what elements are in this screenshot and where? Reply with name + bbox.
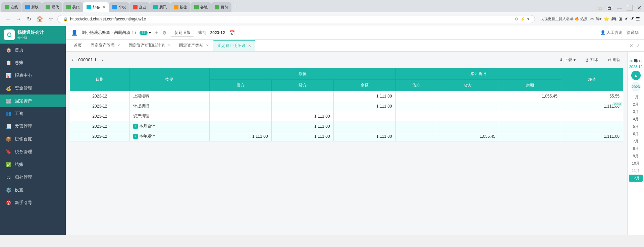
sidebar-item-report-center[interactable]: 📊 报表中心	[0, 69, 66, 82]
browser-tab-yidai2[interactable]: 易代	[63, 2, 83, 12]
browser-tab-yidai1[interactable]: 易代	[42, 2, 62, 12]
dropdown-arrow[interactable]: ▾	[527, 17, 529, 21]
app-logo-icon: G	[4, 29, 15, 40]
th-date: 日期	[70, 68, 130, 91]
expand-panel-icon[interactable]: ⤢	[636, 43, 640, 48]
new-tab-button[interactable]: +	[232, 2, 240, 10]
content-wrapper: ‹ 000001 1 › ⬇ 下载 ▾ 🖨 打	[66, 52, 644, 235]
period-end-date[interactable]: 2023.12	[628, 64, 644, 69]
month-11[interactable]: 11月	[628, 167, 644, 174]
sun-icon[interactable]: ☀	[624, 16, 628, 21]
home-button[interactable]: 🏠	[35, 14, 45, 23]
switch-version-btn[interactable]: 切到旧版	[171, 29, 194, 37]
sidebar-item-invoice[interactable]: 🧾 发票管理	[0, 120, 66, 133]
page-tab-fixed-asset-mgmt[interactable]: 固定资产管理 ✕	[87, 40, 124, 51]
page-tab-home[interactable]: 首页	[70, 40, 86, 51]
sidebar-item-archive[interactable]: 🗂 归档管理	[0, 171, 66, 184]
month-10[interactable]: 10月	[628, 160, 644, 167]
page-tab-close-category[interactable]: ✕	[206, 44, 209, 47]
browser-tab-geshui[interactable]: 个税	[109, 2, 129, 12]
page-tab-close-depreciation[interactable]: ✕	[168, 44, 170, 47]
sidebar-item-fixed-asset[interactable]: 🏢 固定资产	[0, 95, 66, 107]
month-6[interactable]: 6月	[628, 130, 644, 137]
download-btn[interactable]: ⬇ 下载 ▾	[557, 56, 578, 64]
sidebar-item-home[interactable]: 🏠 首页	[0, 44, 66, 56]
sidebar-item-closing[interactable]: ✅ 结账	[0, 158, 66, 171]
month-1[interactable]: 1月	[628, 94, 644, 101]
month-9[interactable]: 9月	[628, 152, 644, 160]
sidebar-item-fund-mgmt[interactable]: 💰 资金管理	[0, 82, 66, 95]
consult-btn[interactable]: 👤 人工咨询	[600, 30, 623, 36]
browser-tab-haokuai[interactable]: 好会 ✕	[83, 2, 109, 12]
browser-tab-gedi[interactable]: 各地	[191, 2, 211, 12]
star-icon[interactable]: ⭐	[604, 16, 609, 21]
browser-tab-online[interactable]: 在线	[1, 2, 21, 12]
collapse-panel-icon[interactable]: ✕	[629, 43, 633, 48]
address-bar[interactable]: 🔒 https://cloud.chanjet.com/accounting/u…	[57, 15, 535, 23]
tab-label-new: 新版	[31, 5, 39, 10]
sidebar-item-tax[interactable]: 🔖 税务管理	[0, 145, 66, 158]
refresh-btn[interactable]: ↺ 刷新	[605, 56, 623, 64]
cell-summary-2: 计提折旧	[129, 101, 209, 111]
menu-icon[interactable]: ☰	[636, 16, 640, 21]
browser-tab-new[interactable]: 新版	[22, 2, 42, 12]
print-label: 打印	[590, 57, 598, 63]
close-window-icon[interactable]: ✕	[636, 4, 643, 12]
page-tab-category[interactable]: 固定资产类别 ✕	[175, 40, 213, 51]
page-tab-ledger[interactable]: 固定资产明细账 ✕	[213, 40, 255, 51]
month-7[interactable]: 7月	[628, 138, 644, 145]
maximize-icon[interactable]: ⬜	[625, 4, 634, 12]
sidebar-label-tax: 税务管理	[15, 149, 32, 155]
tab-icon-gedi	[194, 5, 199, 9]
page-tab-label-depreciation: 固定资产折旧统计表	[129, 43, 165, 48]
cell-net-1: 55.55	[561, 91, 623, 101]
month-12[interactable]: 12月	[629, 175, 643, 182]
month-5[interactable]: 5月	[628, 123, 644, 130]
browser-tab-changjie[interactable]: 畅捷	[170, 2, 191, 12]
tab-close-haokuai[interactable]: ✕	[103, 5, 105, 9]
page-tab-close-fixed-asset-mgmt[interactable]: ✕	[117, 44, 120, 47]
restore-window-icon[interactable]: 🗗	[606, 4, 614, 12]
forward-button[interactable]: →	[15, 15, 23, 23]
print-icon: 🖨	[585, 58, 589, 62]
sidebar-item-inventory[interactable]: 📦 进销台账	[0, 133, 66, 145]
scroll-up-btn[interactable]: ▲	[631, 71, 641, 80]
browser-nav-bar: ← → ↻ 🏠 ☆ 🔒 https://cloud.chanjet.com/ac…	[0, 12, 644, 26]
browser-tab-muqian[interactable]: 目前	[211, 2, 231, 12]
grid-icon[interactable]: ⊞	[619, 16, 622, 21]
reload-button[interactable]: ↻	[25, 14, 33, 23]
settings-btn[interactable]: ⚙	[162, 30, 167, 36]
calendar-icon[interactable]: 📅	[229, 30, 235, 36]
page-tab-close-ledger[interactable]: ✕	[248, 44, 251, 48]
back-button[interactable]: ←	[4, 15, 12, 23]
page-tab-depreciation[interactable]: 固定资产折旧统计表 ✕	[125, 40, 174, 51]
bookmark-button[interactable]: ☆	[47, 14, 55, 23]
sidebar-item-general-ledger[interactable]: 📋 总账	[0, 56, 66, 69]
sidebar-item-settings[interactable]: ⚙️ 设置	[0, 184, 66, 196]
year-2023-badge[interactable]: 2023	[631, 82, 641, 91]
gamepad-icon[interactable]: 🎮	[611, 16, 616, 21]
cell-net-4	[561, 121, 623, 131]
translate-label[interactable]: 译▾	[596, 16, 602, 21]
header-right: 👤 人工咨询 徐译华	[600, 30, 639, 36]
print-btn[interactable]: 🖨 打印	[582, 56, 601, 64]
browser-tab-qiye[interactable]: 企业	[129, 2, 150, 12]
add-account-btn[interactable]: +	[155, 30, 158, 36]
prev-account-btn[interactable]: ‹	[70, 56, 75, 64]
month-8[interactable]: 8月	[628, 145, 644, 152]
browser-tab-tengxun[interactable]: 腾讯	[150, 2, 170, 12]
next-account-btn[interactable]: ›	[99, 56, 105, 64]
minimize-icon[interactable]: —	[615, 4, 624, 12]
account-selector[interactable]: 刘小艳演示账套（勿删勿动！） 11 ▾	[82, 30, 151, 36]
invoice-icon: 🧾	[5, 123, 11, 129]
tab-icon-muqian	[215, 5, 219, 9]
sidebar-item-guide[interactable]: 🎯 新手引导	[0, 196, 66, 209]
payroll-icon: 👥	[5, 111, 11, 117]
history-icon[interactable]: ↺	[630, 16, 634, 21]
month-2[interactable]: 2月	[628, 101, 644, 108]
cell-orig-balance-5: 1,111.00	[333, 131, 395, 141]
sidebar-item-payroll[interactable]: 👥 工资	[0, 107, 66, 120]
month-4[interactable]: 4月	[628, 116, 644, 123]
month-3[interactable]: 3月	[628, 108, 644, 115]
period-start-date[interactable]: 2023.12	[628, 58, 644, 64]
